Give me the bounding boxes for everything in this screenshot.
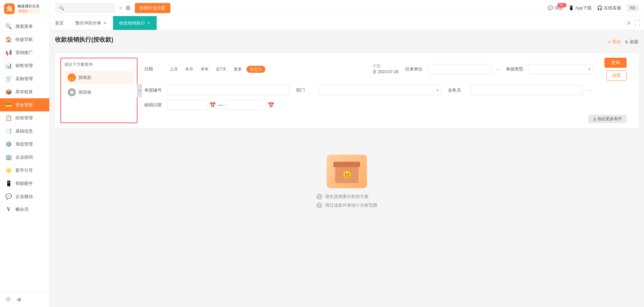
- date-prev-month-btn[interactable]: 上月: [167, 66, 180, 73]
- page-title: 收款核销执行(按收款): [55, 36, 113, 44]
- sidebar-item-sales[interactable]: 📊 销售管理: [0, 59, 49, 72]
- sidebar-item-wechat[interactable]: 💬 企业微信: [0, 190, 49, 203]
- doc-type-field: 单据类型: [506, 64, 593, 74]
- service-label: 在线客服: [604, 5, 621, 11]
- empty-illustration: 😐: [327, 155, 367, 188]
- filter-row-1: 日期 上月 本月 本年 近7天 更多 自定义 不限至 2023-07-26: [144, 58, 627, 81]
- collapse-more-section: ⋀ 收起更多条件: [144, 115, 627, 123]
- topbar-right: 💬 消息 99+ 📱 App下载 🎧 在线客服 Rit: [548, 4, 639, 11]
- sidebar-item-system[interactable]: ⚙️ 系统管理: [0, 138, 49, 151]
- date-custom-btn[interactable]: 自定义: [247, 66, 265, 73]
- collapse-filter-btn[interactable]: «: [137, 84, 142, 97]
- sidebar-item-finance[interactable]: 💳 资金管理: [0, 98, 49, 111]
- sidebar-item-inventory[interactable]: 📦 库存核算: [0, 85, 49, 98]
- sidebar-item-operation[interactable]: 📋 经营管理: [0, 111, 49, 124]
- sidebar-label-operation: 经营管理: [15, 115, 33, 121]
- operation-icon: 📋: [5, 115, 12, 121]
- calendar-end-icon[interactable]: 📅: [268, 102, 274, 108]
- refresh-btn[interactable]: ↻ 刷新: [625, 39, 639, 45]
- tab-verify[interactable]: 收款核销执行 ✕: [113, 16, 157, 30]
- purchase-icon: 🛒: [5, 75, 12, 82]
- verify-date-start[interactable]: 2023-03-01: [167, 100, 207, 110]
- tab-home[interactable]: 首页: [50, 16, 69, 30]
- counterpart-input[interactable]: [428, 64, 492, 74]
- sidebar-item-marketing[interactable]: 📢 营销推广: [0, 46, 49, 59]
- counterpart-more-icon[interactable]: ···: [494, 66, 502, 73]
- filter-option-by-receipt[interactable]: 💰 按收款: [64, 71, 133, 84]
- counterpart-label: 往来单位: [405, 66, 425, 72]
- tab-verify-label: 收款核销执行: [119, 20, 145, 26]
- collapse-sidebar-icon[interactable]: ◀: [16, 296, 21, 303]
- setting-btn[interactable]: 设置: [606, 70, 627, 81]
- refresh-icon: ↻: [625, 40, 629, 45]
- service-btn[interactable]: 🎧 在线客服: [597, 5, 621, 11]
- filter-row-2: 单据编号 部门 业务员 ···: [144, 85, 627, 95]
- sidebar-label-hardware: 智能硬件: [15, 181, 33, 187]
- member-icon: V: [5, 206, 12, 212]
- staff-input[interactable]: [471, 85, 583, 95]
- tab-prepay-close-icon[interactable]: ✕: [103, 21, 107, 25]
- sidebar-label-basic: 基础信息: [15, 128, 33, 134]
- sidebar-item-guide[interactable]: 🌟 新手引导: [0, 164, 49, 177]
- doc-type-select-wrapper: [529, 64, 593, 74]
- doc-no-input[interactable]: [167, 85, 289, 95]
- sidebar-label-finance: 资金管理: [15, 102, 33, 108]
- filter-right-panel: 日期 上月 本月 本年 近7天 更多 自定义 不限至 2023-07-26: [138, 58, 633, 123]
- sidebar-item-shortcut[interactable]: 🏠 快捷导航: [0, 33, 49, 46]
- search-icon: 🔍: [5, 23, 12, 30]
- main-content: 🔍 ▾ ⚙ 体验行业方案 💬 消息 99+ 📱 App下载 🎧 在线客服 Rit…: [50, 0, 644, 307]
- app-download-btn[interactable]: 📱 App下载: [569, 5, 592, 11]
- filter-option-by-receivable[interactable]: 🕐 按应收: [64, 86, 133, 99]
- basic-icon: 📑: [5, 128, 12, 134]
- sidebar-label-system: 系统管理: [15, 141, 33, 147]
- guide-icon: 🌟: [5, 167, 12, 173]
- tab-verify-close-icon[interactable]: ✕: [147, 21, 151, 25]
- hardware-icon: 📱: [5, 180, 12, 187]
- calendar-start-icon[interactable]: 📅: [209, 102, 216, 108]
- sidebar-item-hardware[interactable]: 📱 智能硬件: [0, 177, 49, 190]
- date-no-limit-text: 不限至 2023-07-26: [373, 63, 398, 75]
- sidebar-label-search: 搜索菜单: [15, 23, 33, 30]
- dropdown-arrow-icon[interactable]: ▾: [119, 6, 121, 10]
- filter-action-btns: 查询 设置: [600, 58, 627, 81]
- sidebar-label-member: 畅会员: [15, 206, 29, 212]
- search-box[interactable]: 🔍: [55, 3, 115, 13]
- date-this-month-btn[interactable]: 本月: [182, 66, 196, 73]
- marketing-icon: 📢: [5, 49, 12, 56]
- close-tab-icon[interactable]: ✕: [626, 19, 631, 27]
- staff-more-icon[interactable]: ···: [585, 87, 593, 94]
- hint-num-2: 2: [316, 202, 322, 208]
- filter-left-panel: 按以下方案查询 💰 按收款 🕐 按应收 «: [60, 58, 138, 123]
- sidebar-item-search[interactable]: 🔍 搜索菜单: [0, 20, 49, 33]
- settings-icon[interactable]: ⚙: [5, 296, 11, 303]
- date-more-btn[interactable]: 更多: [231, 66, 245, 73]
- export-btn[interactable]: ↗ 导出: [607, 39, 621, 45]
- sidebar-label-marketing: 营销推广: [15, 50, 33, 56]
- date-7days-btn[interactable]: 近7天: [213, 66, 229, 73]
- sidebar-item-basic[interactable]: 📑 基础信息: [0, 124, 49, 138]
- message-btn[interactable]: 💬 消息 99+: [548, 5, 563, 11]
- query-btn[interactable]: 查询: [604, 58, 627, 68]
- verify-date-label: 核销日期: [144, 102, 164, 108]
- date-this-year-btn[interactable]: 本年: [198, 66, 211, 73]
- sidebar-item-enterprise[interactable]: 🏢 企业协同: [0, 151, 49, 164]
- industry-btn[interactable]: 体验行业方案: [135, 3, 170, 13]
- dept-select[interactable]: [319, 85, 441, 95]
- empty-hint-2: 2 用过滤条件来缩小分析范围: [316, 202, 377, 208]
- empty-hints: 1 请先选择要分析的方案 2 用过滤条件来缩小分析范围: [316, 194, 377, 208]
- gear-icon[interactable]: ⚙: [125, 4, 131, 12]
- expand-tab-icon[interactable]: ⛶: [635, 19, 641, 27]
- filter-option-receipt-label: 按收款: [78, 74, 92, 81]
- topbar: 🔍 ▾ ⚙ 体验行业方案 💬 消息 99+ 📱 App下载 🎧 在线客服 Rit: [50, 0, 644, 16]
- collapse-more-btn[interactable]: ⋀ 收起更多条件: [588, 115, 627, 123]
- doc-type-select[interactable]: [529, 64, 593, 74]
- sidebar-label-purchase: 采购管理: [15, 76, 33, 82]
- user-info[interactable]: Rit: [627, 4, 639, 11]
- date-field: 日期 上月 本月 本年 近7天 更多 自定义: [144, 66, 366, 73]
- sidebar-item-member[interactable]: V 畅会员: [0, 203, 49, 216]
- sidebar-label-wechat: 企业微信: [15, 194, 33, 200]
- sidebar-item-purchase[interactable]: 🛒 采购管理: [0, 72, 49, 85]
- verify-date-end[interactable]: 2023-07-21: [225, 100, 266, 110]
- empty-state: 😐 1 请先选择要分析的方案 2 用过滤条件来缩小分析范围: [55, 155, 639, 208]
- tab-prepay[interactable]: 预付冲应付单 ✕: [69, 16, 113, 30]
